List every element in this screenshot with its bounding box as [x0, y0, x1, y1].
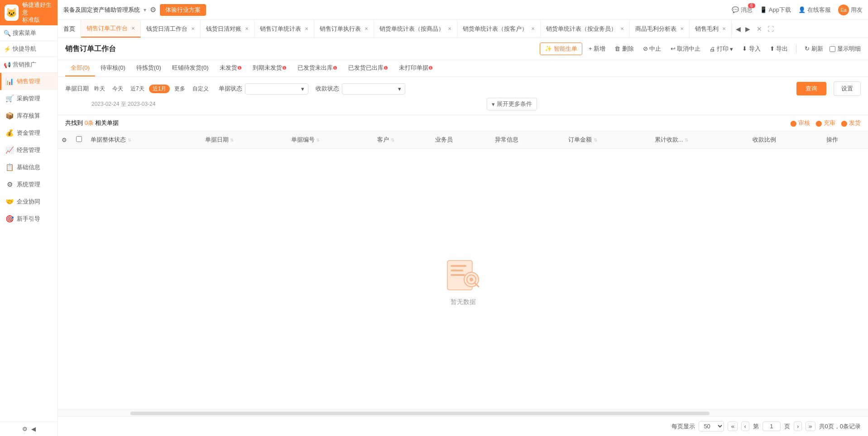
tab-close-sales-workbench[interactable]: ✕	[131, 26, 135, 31]
filter-tab-not-printed[interactable]: 未打印单据❶	[393, 60, 438, 76]
tab-sales-exec[interactable]: 销售订单执行表 ✕	[314, 20, 374, 38]
tab-cash-reconcile[interactable]: 钱货日清对账 ✕	[201, 20, 254, 38]
date-7days[interactable]: 近7天	[128, 84, 147, 94]
tab-expand-btn[interactable]: ⛶	[765, 25, 777, 33]
expand-icon[interactable]: ▾	[144, 7, 146, 13]
tab-profit[interactable]: 商品毛利分析表 ✕	[630, 20, 690, 38]
status-select[interactable]: ▾	[245, 83, 308, 95]
col-settings[interactable]: ⚙	[58, 131, 72, 149]
sidebar-item-finance[interactable]: 💰 资金管理	[0, 124, 58, 142]
tab-stats-product[interactable]: 销货单统计表（按商品） ✕	[374, 20, 457, 38]
col-status[interactable]: 单据整体状态 ⇅	[87, 131, 201, 149]
tab-stats-customer[interactable]: 销货单统计表（按客户） ✕	[457, 20, 541, 38]
tab-close-sales-gross[interactable]: ✕	[722, 26, 726, 31]
show-detail-checkbox[interactable]: 显示明细	[830, 45, 861, 53]
pagination-next-btn[interactable]: ›	[794, 422, 802, 431]
print-button[interactable]: 🖨 打印 ▾	[707, 43, 736, 55]
suspend-button[interactable]: ⊘ 中止	[640, 43, 664, 55]
select-all-checkbox[interactable]	[76, 136, 82, 142]
horizontal-scrollbar[interactable]	[130, 412, 710, 415]
tab-close-profit[interactable]: ✕	[680, 26, 684, 31]
filter-tab-all[interactable]: 全部(0)	[65, 60, 95, 76]
date-1month[interactable]: 近1月	[149, 85, 170, 93]
delete-button[interactable]: 🗑 删除	[612, 43, 637, 55]
date-yesterday[interactable]: 昨天	[91, 84, 108, 94]
tab-prev-btn[interactable]: ◀	[734, 24, 743, 33]
tab-sales-stats[interactable]: 销售订单统计表 ✕	[254, 20, 314, 38]
search-icon: 🔍	[4, 30, 11, 37]
col-collected[interactable]: 累计收款... ⇅	[651, 131, 749, 149]
tab-close-cash-daily[interactable]: ✕	[191, 26, 195, 31]
tab-close-stats-customer[interactable]: ✕	[531, 26, 535, 31]
pagination-first-btn[interactable]: «	[728, 422, 737, 431]
tab-next-btn[interactable]: ▶	[743, 24, 752, 33]
filter-tab-not-shipped[interactable]: 未发货❶	[214, 60, 247, 76]
export-button[interactable]: ⬆ 导出	[767, 43, 791, 55]
add-button[interactable]: + 新增	[586, 43, 608, 55]
tab-close-all-btn[interactable]: ✕	[754, 25, 765, 33]
tab-sales-gross[interactable]: 销售毛利 ✕	[690, 20, 732, 38]
quick-nav-icon: ⚡	[4, 46, 11, 52]
smart-generate-button[interactable]: ✨ 智能生单	[540, 43, 582, 55]
refresh-button[interactable]: ↻ 刷新	[802, 43, 826, 55]
query-button[interactable]: 查询	[796, 82, 826, 95]
per-page-select[interactable]: 10 20 50 100	[699, 421, 724, 431]
filter-tab-wangpu[interactable]: 旺铺待发货(0)	[167, 60, 214, 76]
date-more[interactable]: 更多	[172, 84, 188, 94]
tab-stats-staff[interactable]: 销货单统计表（按业务员） ✕	[541, 20, 630, 38]
user-icon: Ea	[838, 5, 849, 15]
col-date[interactable]: 单据日期 ⇅	[201, 131, 288, 149]
sidebar-item-inventory[interactable]: 📦 库存核算	[0, 107, 58, 124]
col-number[interactable]: 单据编号 ⇅	[288, 131, 374, 149]
sidebar-item-sales[interactable]: 📊 销售管理	[0, 73, 58, 90]
date-custom[interactable]: 自定义	[190, 84, 211, 94]
filter-tab-shipped-not-out[interactable]: 已发货未出库❶	[292, 60, 343, 76]
col-customer[interactable]: 客户 ⇅	[374, 131, 432, 149]
message-icon-item[interactable]: 💬 消息 6	[732, 6, 753, 14]
app-download-item[interactable]: 📱 App下载	[760, 6, 791, 14]
experience-button[interactable]: 体验行业方案	[160, 4, 206, 16]
collapse-icon[interactable]: ◀	[31, 426, 36, 432]
user-item[interactable]: Ea 用友	[838, 5, 863, 15]
filter-tab-shipped-out[interactable]: 已发货已出库❶	[343, 60, 393, 76]
set-button[interactable]: 设置	[834, 81, 861, 96]
sidebar-marketing[interactable]: 📢 营销推广	[0, 57, 58, 73]
sidebar-item-newbie[interactable]: 🎯 新手引导	[0, 210, 58, 227]
pagination-last-btn[interactable]: »	[806, 422, 815, 431]
sidebar-search[interactable]: 🔍 搜索菜单	[0, 25, 58, 41]
sidebar-quick-nav[interactable]: ⚡ 快捷导航	[0, 41, 58, 57]
date-today[interactable]: 今天	[110, 84, 126, 94]
sidebar-item-operation[interactable]: 📈 经营管理	[0, 142, 58, 159]
reject-button[interactable]: ⬤ 充审	[815, 119, 835, 127]
settings-icon[interactable]: ⚙	[150, 5, 156, 14]
col-check[interactable]	[72, 131, 87, 149]
ship-button[interactable]: ⬤ 发货	[841, 119, 861, 127]
sidebar-item-basicinfo[interactable]: 📋 基础信息	[0, 159, 58, 176]
tab-home[interactable]: 首页	[58, 20, 81, 38]
tab-close-sales-stats[interactable]: ✕	[305, 26, 308, 31]
filter-tab-pending-pickup[interactable]: 待拣货(0)	[131, 60, 167, 76]
tab-close-sales-exec[interactable]: ✕	[364, 26, 368, 31]
tab-sales-workbench[interactable]: 销售订单工作台 ✕	[81, 20, 141, 38]
tab-close-stats-staff[interactable]: ✕	[620, 26, 624, 31]
tab-close-stats-product[interactable]: ✕	[448, 26, 451, 31]
filter-tab-expired[interactable]: 到期未发货❶	[247, 60, 292, 76]
expand-conditions-button[interactable]: ▾ 展开更多条件	[487, 98, 537, 110]
sidebar-item-system[interactable]: ⚙ 系统管理	[0, 176, 58, 193]
tab-cash-daily[interactable]: 钱货日清工作台 ✕	[141, 20, 201, 38]
sidebar-item-cooperation[interactable]: 🤝 企业协同	[0, 193, 58, 210]
filter-tab-pending-review[interactable]: 待审核(0)	[95, 60, 131, 76]
payment-select[interactable]: ▾	[342, 83, 405, 95]
show-detail-input[interactable]	[830, 46, 835, 52]
message-icon: 💬	[732, 6, 739, 13]
online-service-item[interactable]: 👤 在线客服	[798, 6, 831, 14]
cancel-suspend-button[interactable]: ↩ 取消中止	[668, 43, 704, 55]
tab-close-cash-reconcile[interactable]: ✕	[245, 26, 249, 31]
page-input[interactable]	[762, 422, 781, 431]
approve-button[interactable]: ⬤ 审核	[790, 119, 810, 127]
pagination-prev-btn[interactable]: ‹	[741, 422, 749, 431]
import-button[interactable]: ⬇ 导入	[739, 43, 763, 55]
sidebar-item-purchase[interactable]: 🛒 采购管理	[0, 90, 58, 107]
col-amount[interactable]: 订单金额 ⇅	[565, 131, 651, 149]
settings-bottom-icon[interactable]: ⚙	[22, 426, 28, 432]
